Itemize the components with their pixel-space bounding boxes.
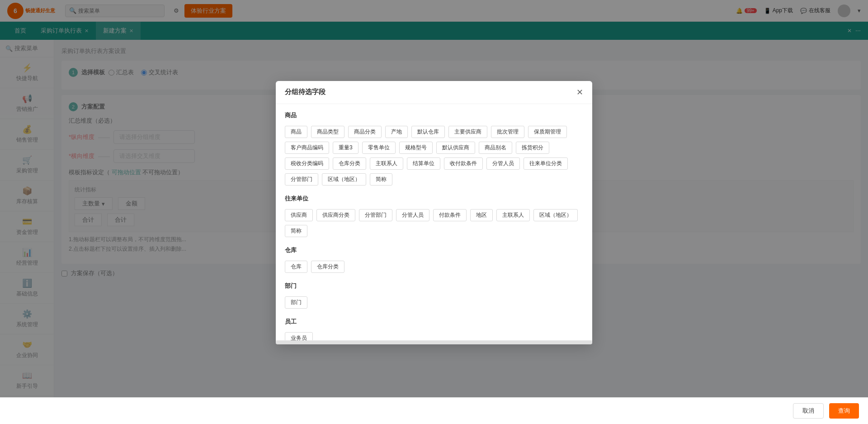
- field-chip-0-24[interactable]: 简称: [370, 173, 392, 186]
- horizontal-scrollbar[interactable]: [276, 340, 592, 343]
- field-chips-4: 业务员: [285, 332, 583, 341]
- field-chip-2-0[interactable]: 仓库: [285, 261, 307, 273]
- field-chip-0-22[interactable]: 分管部门: [285, 173, 318, 186]
- section-title-2: 仓库: [285, 246, 583, 256]
- modal-footer: 取消 查询: [0, 397, 868, 424]
- field-chip-1-8[interactable]: 简称: [285, 225, 307, 237]
- field-chip-0-8[interactable]: 客户商品编码: [285, 142, 329, 154]
- field-chip-0-16[interactable]: 仓库分类: [333, 157, 366, 170]
- field-chip-0-11[interactable]: 规格型号: [399, 142, 433, 154]
- field-chip-0-20[interactable]: 分管人员: [486, 157, 520, 170]
- field-chip-1-6[interactable]: 主联系人: [496, 209, 530, 221]
- field-chip-0-4[interactable]: 默认仓库: [411, 126, 445, 138]
- field-chip-1-7[interactable]: 区域（地区）: [533, 209, 578, 221]
- section-title-1: 往来单位: [285, 195, 583, 205]
- field-chip-0-23[interactable]: 区域（地区）: [322, 173, 366, 186]
- modal-section-3: 部门部门: [285, 282, 583, 309]
- field-chip-1-5[interactable]: 地区: [470, 209, 493, 221]
- field-chip-0-5[interactable]: 主要供应商: [448, 126, 487, 138]
- modal-section-0: 商品商品商品类型商品分类产地默认仓库主要供应商批次管理保质期管理客户商品编码重量…: [285, 111, 583, 186]
- field-chip-1-0[interactable]: 供应商: [285, 209, 313, 221]
- field-chip-0-0[interactable]: 商品: [285, 126, 307, 138]
- field-chip-0-2[interactable]: 商品分类: [348, 126, 382, 138]
- modal-overlay: 分组待选字段 ✕ 商品商品商品类型商品分类产地默认仓库主要供应商批次管理保质期管…: [0, 0, 868, 424]
- field-chip-0-7[interactable]: 保质期管理: [528, 126, 567, 138]
- field-chip-1-2[interactable]: 分管部门: [359, 209, 392, 221]
- field-chips-2: 仓库仓库分类: [285, 261, 583, 273]
- modal-section-1: 往来单位供应商供应商分类分管部门分管人员付款条件地区主联系人区域（地区）简称: [285, 195, 583, 237]
- section-title-4: 员工: [285, 318, 583, 328]
- field-chips-3: 部门: [285, 296, 583, 309]
- modal-body[interactable]: 商品商品商品类型商品分类产地默认仓库主要供应商批次管理保质期管理客户商品编码重量…: [276, 104, 592, 341]
- modal-close-button[interactable]: ✕: [576, 87, 583, 97]
- field-chips-1: 供应商供应商分类分管部门分管人员付款条件地区主联系人区域（地区）简称: [285, 209, 583, 237]
- confirm-button[interactable]: 查询: [829, 403, 859, 419]
- modal-section-4: 员工业务员: [285, 318, 583, 341]
- modal-section-2: 仓库仓库仓库分类: [285, 246, 583, 273]
- field-chip-0-6[interactable]: 批次管理: [491, 126, 524, 138]
- field-chip-0-3[interactable]: 产地: [385, 126, 408, 138]
- modal-title: 分组待选字段: [285, 88, 326, 96]
- field-chip-0-13[interactable]: 商品别名: [479, 142, 512, 154]
- field-chip-1-3[interactable]: 分管人员: [396, 209, 429, 221]
- field-chip-0-19[interactable]: 收付款条件: [444, 157, 483, 170]
- field-chip-0-12[interactable]: 默认供应商: [436, 142, 475, 154]
- field-chip-0-9[interactable]: 重量3: [333, 142, 359, 154]
- field-chip-3-0[interactable]: 部门: [285, 296, 307, 309]
- field-chip-0-18[interactable]: 结算单位: [407, 157, 440, 170]
- field-chip-1-4[interactable]: 付款条件: [433, 209, 467, 221]
- field-chip-0-15[interactable]: 税收分类编码: [285, 157, 329, 170]
- field-chip-0-14[interactable]: 拣货积分: [516, 142, 549, 154]
- field-chips-0: 商品商品类型商品分类产地默认仓库主要供应商批次管理保质期管理客户商品编码重量3零…: [285, 126, 583, 186]
- field-chip-0-10[interactable]: 零售单位: [362, 142, 396, 154]
- field-chip-1-1[interactable]: 供应商分类: [316, 209, 355, 221]
- section-title-3: 部门: [285, 282, 583, 292]
- field-chip-0-17[interactable]: 主联系人: [370, 157, 403, 170]
- cancel-button[interactable]: 取消: [793, 403, 824, 419]
- modal-header: 分组待选字段 ✕: [276, 81, 592, 104]
- field-chip-4-0[interactable]: 业务员: [285, 332, 313, 341]
- field-chip-2-1[interactable]: 仓库分类: [311, 261, 344, 273]
- field-chip-0-21[interactable]: 往来单位分类: [524, 157, 568, 170]
- field-selection-modal: 分组待选字段 ✕ 商品商品商品类型商品分类产地默认仓库主要供应商批次管理保质期管…: [276, 81, 592, 343]
- field-chip-0-1[interactable]: 商品类型: [311, 126, 344, 138]
- section-title-0: 商品: [285, 111, 583, 121]
